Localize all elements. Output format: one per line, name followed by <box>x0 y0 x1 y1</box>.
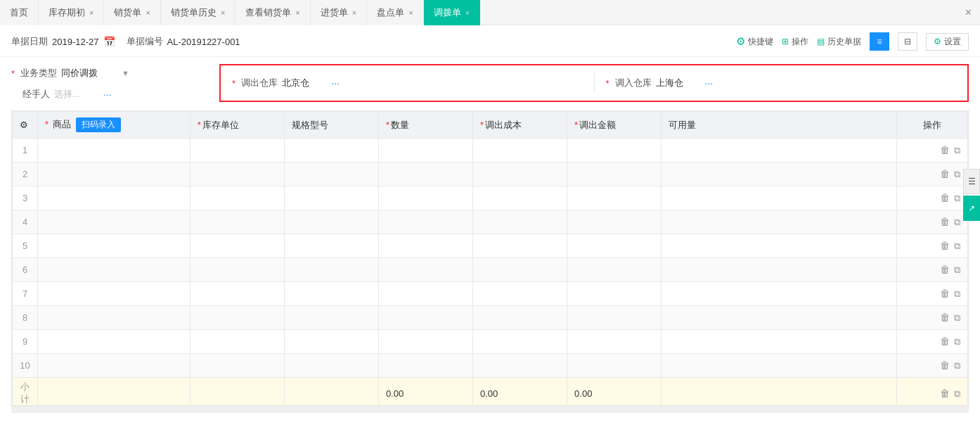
product-cell[interactable] <box>38 330 191 354</box>
available-cell[interactable] <box>662 139 897 163</box>
delete-row-icon[interactable]: 🗑 <box>940 359 950 371</box>
biz-type-value[interactable]: 同价调拨 <box>61 67 117 79</box>
spec-cell[interactable] <box>284 234 378 258</box>
wh-in-value[interactable]: 上海仓 <box>656 77 698 89</box>
delete-row-icon[interactable]: 🗑 <box>940 168 950 179</box>
close-transfer-order[interactable]: × <box>465 8 470 17</box>
qty-cell[interactable] <box>378 210 472 234</box>
product-cell[interactable] <box>38 354 191 378</box>
unit-cell[interactable] <box>190 234 284 258</box>
unit-cell[interactable] <box>190 306 284 330</box>
col-gear[interactable]: ⚙ <box>13 112 38 139</box>
qty-cell[interactable] <box>378 306 472 330</box>
available-cell[interactable] <box>662 306 897 330</box>
close-view-sales[interactable]: × <box>295 8 299 17</box>
product-cell[interactable] <box>38 186 191 210</box>
product-cell[interactable] <box>38 163 191 186</box>
wh-in-ellipsis[interactable]: ··· <box>702 77 716 89</box>
unit-cell[interactable] <box>190 354 284 378</box>
qty-cell[interactable] <box>378 282 472 306</box>
tab-inventory-init[interactable]: 库存期初 × <box>39 0 104 25</box>
spec-cell[interactable] <box>284 163 378 186</box>
spec-cell[interactable] <box>284 330 378 354</box>
biz-type-dropdown-icon[interactable]: ▼ <box>122 69 129 77</box>
delete-row-icon[interactable]: 🗑 <box>940 388 950 399</box>
copy-row-icon[interactable]: ⧉ <box>954 312 960 324</box>
qty-cell[interactable] <box>378 234 472 258</box>
copy-row-icon[interactable]: ⧉ <box>954 241 960 252</box>
available-cell[interactable] <box>662 258 897 282</box>
shortcuts-action[interactable]: ⚙ 快捷键 <box>736 35 773 48</box>
cost-cell[interactable] <box>472 354 567 378</box>
copy-row-icon[interactable]: ⧉ <box>954 336 960 348</box>
close-inventory-init[interactable]: × <box>89 8 94 17</box>
close-purchase-order[interactable]: × <box>352 8 356 17</box>
delete-row-icon[interactable]: 🗑 <box>940 264 950 275</box>
date-value[interactable]: 2019-12-27 <box>52 37 99 47</box>
copy-row-icon[interactable]: ⧉ <box>954 193 960 204</box>
cost-cell[interactable] <box>472 163 567 186</box>
copy-row-icon[interactable]: ⧉ <box>954 217 960 228</box>
unit-cell[interactable] <box>190 258 284 282</box>
cost-cell[interactable] <box>472 186 567 210</box>
layout-btn-2[interactable]: ⊟ <box>898 32 917 51</box>
calendar-icon[interactable]: 📅 <box>103 36 115 47</box>
delete-row-icon[interactable]: 🗑 <box>940 312 950 323</box>
amount-cell[interactable] <box>567 354 662 378</box>
spec-cell[interactable] <box>284 306 378 330</box>
copy-row-icon[interactable]: ⧉ <box>954 388 960 400</box>
unit-cell[interactable] <box>190 163 284 186</box>
unit-cell[interactable] <box>190 210 284 234</box>
product-cell[interactable] <box>38 306 191 330</box>
scan-btn[interactable]: 扫码录入 <box>76 117 121 132</box>
available-cell[interactable] <box>662 163 897 186</box>
tab-transfer-order[interactable]: 调拨单 × <box>424 0 480 25</box>
product-cell[interactable] <box>38 234 191 258</box>
amount-cell[interactable] <box>567 163 662 186</box>
available-cell[interactable] <box>662 282 897 306</box>
amount-cell[interactable] <box>567 282 662 306</box>
cost-cell[interactable] <box>472 210 567 234</box>
copy-row-icon[interactable]: ⧉ <box>954 360 960 371</box>
tab-inventory-check[interactable]: 盘点单 × <box>367 0 423 25</box>
copy-row-icon[interactable]: ⧉ <box>954 288 960 300</box>
available-cell[interactable] <box>662 354 897 378</box>
delete-row-icon[interactable]: 🗑 <box>940 216 950 227</box>
cost-cell[interactable] <box>472 282 567 306</box>
delete-row-icon[interactable]: 🗑 <box>940 288 950 299</box>
amount-cell[interactable] <box>567 210 662 234</box>
available-cell[interactable] <box>662 234 897 258</box>
spec-cell[interactable] <box>284 210 378 234</box>
tab-view-sales[interactable]: 查看销货单 × <box>236 0 310 25</box>
spec-cell[interactable] <box>284 186 378 210</box>
cost-cell[interactable] <box>472 139 567 163</box>
docno-value[interactable]: AL-20191227-001 <box>167 37 240 47</box>
wh-out-ellipsis[interactable]: ··· <box>328 77 342 89</box>
settings-button[interactable]: ⚙ 设置 <box>926 33 969 51</box>
copy-row-icon[interactable]: ⧉ <box>954 169 960 180</box>
available-cell[interactable] <box>662 330 897 354</box>
qty-cell[interactable] <box>378 354 472 378</box>
cost-cell[interactable] <box>472 258 567 282</box>
delete-row-icon[interactable]: 🗑 <box>940 336 950 347</box>
spec-cell[interactable] <box>284 282 378 306</box>
spec-cell[interactable] <box>284 354 378 378</box>
spec-cell[interactable] <box>284 258 378 282</box>
qty-cell[interactable] <box>378 139 472 163</box>
tab-sales-order[interactable]: 销货单 × <box>104 0 160 25</box>
cost-cell[interactable] <box>472 234 567 258</box>
qty-cell[interactable] <box>378 163 472 186</box>
tab-home[interactable]: 首页 <box>0 0 39 25</box>
amount-cell[interactable] <box>567 234 662 258</box>
layout-btn-1[interactable]: ≡ <box>870 32 889 51</box>
person-ellipsis-btn[interactable]: ··· <box>101 89 115 100</box>
spec-cell[interactable] <box>284 139 378 163</box>
amount-cell[interactable] <box>567 306 662 330</box>
delete-row-icon[interactable]: 🗑 <box>940 144 950 155</box>
product-cell[interactable] <box>38 139 191 163</box>
product-cell[interactable] <box>38 282 191 306</box>
amount-cell[interactable] <box>567 330 662 354</box>
close-sales-history[interactable]: × <box>221 8 225 17</box>
close-sales-order[interactable]: × <box>146 8 150 17</box>
qty-cell[interactable] <box>378 186 472 210</box>
